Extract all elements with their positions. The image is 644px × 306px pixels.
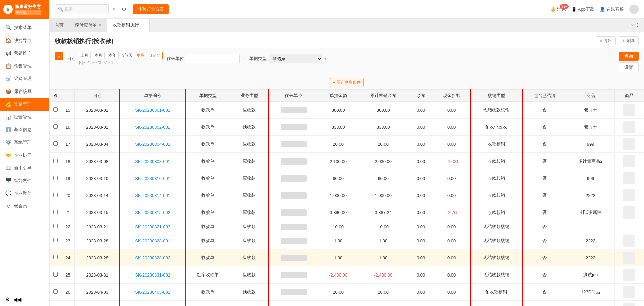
- settings-icon[interactable]: ⚙: [5, 296, 10, 303]
- table-row[interactable]: 22 2023-03-21 SK-20230321-003 收款单 应收款 ██…: [50, 221, 644, 232]
- date-btn-this-month[interactable]: 本月: [92, 52, 105, 59]
- doc-no-link[interactable]: SK-20230314-001: [135, 193, 170, 198]
- sidebar-item-purchase[interactable]: 🛒采购管理: [0, 72, 49, 85]
- cell-doc-no[interactable]: SK-20230321-003: [120, 221, 185, 232]
- cell-checkbox[interactable]: [50, 266, 61, 284]
- settings-button[interactable]: 设置: [619, 62, 639, 72]
- online-support-item[interactable]: 👤 在线客服: [600, 6, 624, 12]
- query-button[interactable]: 查询: [619, 52, 639, 61]
- date-btn-custom[interactable]: 自定义: [146, 52, 163, 59]
- cell-product: 衣服00001: [567, 301, 614, 306]
- table-row[interactable]: 16 2023-03-02 SK-20230302-002 收款单 预收款 ██…: [50, 119, 644, 136]
- table-row[interactable]: 25 2023-03-31 SK-20230331-002 红字收款单 应收款 …: [50, 266, 644, 284]
- cell-doc-no[interactable]: SK-20230302-002: [120, 119, 185, 136]
- table-row[interactable]: 15 2023-03-01 SK-20230301-002 收款单 应收款 ██…: [50, 102, 644, 119]
- topbar-chevron[interactable]: ▾: [113, 7, 115, 12]
- sidebar-item-quick-nav[interactable]: 🏠快捷导航: [0, 34, 49, 47]
- sidebar-item-vip[interactable]: V畅会员: [0, 200, 49, 212]
- sidebar-item-inventory[interactable]: 📦库存核算: [0, 85, 49, 98]
- sidebar-item-enterprise[interactable]: 🤝企业协同: [0, 149, 49, 162]
- cell-checkbox[interactable]: [50, 249, 61, 266]
- user-avatar[interactable]: [629, 5, 639, 14]
- tab-close-prepay[interactable]: ✕: [99, 23, 102, 27]
- cell-checkbox[interactable]: [50, 119, 61, 136]
- maximize-icon[interactable]: ⛶: [637, 23, 641, 28]
- table-row[interactable]: 26 2023-04-03 SK-20230403-002 收款单 预收款 ██…: [50, 284, 644, 301]
- sidebar-item-wechat[interactable]: 💬企业微信: [0, 187, 49, 200]
- doc-no-link[interactable]: SK-20230315-002: [135, 210, 170, 215]
- doc-no-link[interactable]: SK-20230308-001: [135, 159, 170, 164]
- topbar-gear-icon[interactable]: ⚙: [119, 4, 129, 14]
- doc-no-link[interactable]: SK-20230321-003: [135, 224, 170, 229]
- cell-doc-no[interactable]: SK-20230403-002: [120, 284, 185, 301]
- sidebar-item-system[interactable]: ⚙️系统管理: [0, 136, 49, 149]
- table-row[interactable]: 18 2023-03-08 SK-20230308-001 收款单 应收款 ██…: [50, 153, 644, 170]
- cell-checkbox[interactable]: [50, 221, 61, 232]
- table-row[interactable]: 23 2023-03-28 SK-20230328-001 收款单 应收款 ██…: [50, 232, 644, 249]
- tab-prepay[interactable]: 预付应付单✕: [69, 19, 107, 32]
- cell-checkbox[interactable]: [50, 284, 61, 301]
- date-btn-last-month[interactable]: 上月: [78, 52, 91, 59]
- doc-no-link[interactable]: SK-20230304-001: [135, 142, 170, 147]
- cell-doc-no[interactable]: SK-20230308-001: [120, 153, 185, 170]
- table-row[interactable]: 17 2023-03-04 SK-20230304-001 收款单 应收款 ██…: [50, 136, 644, 153]
- sidebar-item-basic[interactable]: ℹ️基础信息: [0, 123, 49, 136]
- tab-home[interactable]: 首页: [50, 19, 69, 32]
- filter-toggle-btn[interactable]: »: [55, 52, 63, 60]
- cell-doc-no[interactable]: SK-20230310-001: [120, 170, 185, 187]
- doc-no-link[interactable]: SK-20230302-002: [135, 125, 170, 130]
- refresh-button[interactable]: ↻ 刷新: [619, 36, 639, 45]
- doc-no-link[interactable]: SK-20230301-002: [135, 108, 170, 113]
- cell-checkbox[interactable]: [50, 136, 61, 153]
- sidebar-item-marketing[interactable]: 📢营销推广: [0, 47, 49, 60]
- sidebar-item-operations[interactable]: 📊经营管理: [0, 111, 49, 123]
- cell-doc-no[interactable]: SK-20230328-002: [120, 249, 185, 266]
- topbar-search-box[interactable]: 🔍 搜索: [55, 4, 109, 14]
- sidebar-item-search[interactable]: 🔍搜索菜单: [0, 21, 49, 34]
- doc-no-link[interactable]: SK-20230328-002: [135, 255, 170, 260]
- cell-doc-no[interactable]: SK-20230301-002: [120, 102, 185, 119]
- cell-doc-no[interactable]: SK-20230315-002: [120, 204, 185, 221]
- table-row[interactable]: 21 2023-03-15 SK-20230315-002 收款单 应收款 ██…: [50, 204, 644, 221]
- cell-amount: -2,430.00: [319, 266, 358, 284]
- cell-doc-no[interactable]: SK-20230328-001: [120, 232, 185, 249]
- table-row[interactable]: 19 2023-03-10 SK-20230310-001 收款单 应收款 ██…: [50, 170, 644, 187]
- partner-input[interactable]: [186, 54, 240, 63]
- cell-doc-no[interactable]: SK-20230408-001: [120, 301, 185, 306]
- sidebar-item-finance[interactable]: 💰资金管理: [0, 98, 49, 111]
- expand-btn[interactable]: ▾ 展开更多条件: [330, 78, 364, 87]
- doc-no-link[interactable]: SK-20230310-001: [135, 176, 170, 181]
- date-more[interactable]: 更多: [137, 53, 145, 58]
- app-download-item[interactable]: 📱 App下载: [571, 6, 594, 12]
- cell-checkbox[interactable]: [50, 204, 61, 221]
- cell-checkbox[interactable]: [50, 153, 61, 170]
- collapse-icon[interactable]: ◀◀: [13, 296, 21, 303]
- tab-receipt-cancel[interactable]: 收款核销执行✕: [107, 19, 150, 32]
- notification-item[interactable]: 🔔 消息 99+: [550, 6, 566, 12]
- cell-checkbox[interactable]: [50, 232, 61, 249]
- cell-checkbox[interactable]: [50, 187, 61, 204]
- cell-doc-no[interactable]: SK-20230331-002: [120, 266, 185, 284]
- cell-checkbox[interactable]: [50, 102, 61, 119]
- sidebar-item-guide[interactable]: 📖新手引导: [0, 162, 49, 174]
- doctype-select[interactable]: 请选择: [269, 54, 322, 63]
- sidebar-item-sales[interactable]: 📋销售管理: [0, 60, 49, 72]
- close-all-icon[interactable]: ✕: [631, 23, 634, 28]
- export-button[interactable]: ⬆ 导出: [596, 36, 616, 45]
- date-btn-this-year[interactable]: 本年: [106, 52, 119, 59]
- sidebar-item-hardware[interactable]: 🖥️智能硬件: [0, 174, 49, 187]
- cell-checkbox[interactable]: [50, 301, 61, 306]
- table-row[interactable]: 20 2023-03-14 SK-20230314-001 收款单 应收款 ██…: [50, 187, 644, 204]
- cell-doc-no[interactable]: SK-20230304-001: [120, 136, 185, 153]
- cell-doc-no[interactable]: SK-20230314-001: [120, 187, 185, 204]
- doc-no-link[interactable]: SK-20230328-001: [135, 238, 170, 243]
- doc-no-link[interactable]: SK-20230331-002: [135, 272, 170, 278]
- industry-btn[interactable]: 体验行业方案: [133, 4, 169, 14]
- tab-close-receipt-cancel[interactable]: ✕: [141, 23, 144, 27]
- table-row[interactable]: 24 2023-03-28 SK-20230328-002 收款单 应收款 ██…: [50, 249, 644, 266]
- cell-checkbox[interactable]: [50, 170, 61, 187]
- doc-no-link[interactable]: SK-20230403-002: [135, 290, 170, 295]
- col-cancel-amount: 累计核销金额: [358, 90, 409, 102]
- table-row[interactable]: 27 2023-04-08 SK-20230408-001 收款单 应收款 ██…: [50, 301, 644, 306]
- date-btn-7days[interactable]: 近7天: [120, 52, 135, 59]
